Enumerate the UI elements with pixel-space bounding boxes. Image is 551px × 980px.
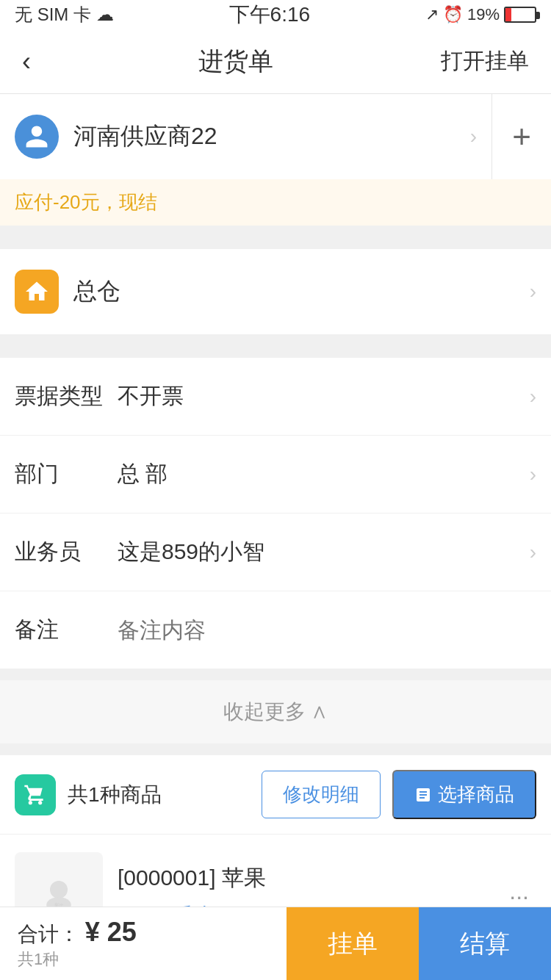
products-header: 共1种商品 修改明细 选择商品 [0,755,551,835]
notice-text: 应付-20元，现结 [15,191,157,213]
ticket-type-value: 不开票 [118,381,530,411]
status-time: 下午6:16 [229,1,311,29]
add-supplier-button[interactable]: + [492,94,551,179]
warehouse-row[interactable]: 总仓 › [0,249,551,334]
total-section: 合计： ¥ 25 共1种 [0,917,287,970]
sim-status: 无 SIM 卡 ☁ [15,3,114,26]
total-sub: 共1种 [18,948,269,970]
edit-detail-button[interactable]: 修改明细 [262,771,381,818]
back-button[interactable]: ‹ [22,46,31,77]
products-icon [15,774,56,815]
status-bar: 无 SIM 卡 ☁ 下午6:16 ↗ ⏰ 19% [0,0,551,29]
bottom-bar: 合计： ¥ 25 共1种 挂单 结算 [0,907,551,980]
checkout-label: 结算 [460,927,510,961]
total-line: 合计： ¥ 25 [18,917,269,948]
location-icon: ↗ [425,5,439,24]
status-right: ↗ ⏰ 19% [425,5,536,24]
hang-button[interactable]: 挂单 [287,907,419,981]
ticket-type-row[interactable]: 票据类型 不开票 › [0,358,551,436]
page-title: 进货单 [198,45,273,79]
battery-icon [504,7,536,23]
supplier-section: 河南供应商22 › + 应付-20元，现结 [0,94,551,226]
checkout-button[interactable]: 结算 [419,907,551,981]
collapse-label: 收起更多 ∧ [223,700,328,723]
cart-icon [24,783,47,807]
warehouse-chevron: › [530,280,536,303]
remark-row: 备注 [0,591,551,669]
total-label: 合计： [18,923,79,945]
main-content: 河南供应商22 › + 应付-20元，现结 总仓 › 票据类型 不开票 › 部门 [0,94,551,980]
nav-bar: ‹ 进货单 打开挂单 [0,29,551,94]
notice-bar: 应付-20元，现结 [0,179,551,226]
status-left: 无 SIM 卡 ☁ [15,3,114,26]
salesperson-row[interactable]: 业务员 这是859的小智 › [0,514,551,591]
total-amount: ¥ 25 [85,917,137,947]
warehouse-name: 总仓 [73,275,522,308]
warehouse-icon [15,270,59,314]
supplier-name: 河南供应商22 [73,120,463,153]
home-icon [24,278,50,305]
supplier-selector[interactable]: 河南供应商22 › [0,94,492,179]
select-product-button[interactable]: 选择商品 [392,770,536,819]
ticket-type-label: 票据类型 [15,381,118,411]
form-section: 票据类型 不开票 › 部门 总 部 › 业务员 这是859的小智 › 备注 [0,358,551,669]
alarm-icon: ⏰ [443,5,463,24]
remark-input[interactable] [118,618,536,643]
products-count: 共1种商品 [68,781,262,809]
salesperson-chevron: › [530,541,536,564]
product-name: [0000001] 苹果 [118,863,502,893]
svg-point-0 [50,881,68,898]
department-row[interactable]: 部门 总 部 › [0,436,551,514]
supplier-row: 河南供应商22 › + [0,94,551,179]
salesperson-value: 这是859的小智 [118,537,530,567]
ticket-type-chevron: › [530,385,536,408]
select-product-label: 选择商品 [438,782,514,807]
department-value: 总 部 [118,459,530,489]
remark-label: 备注 [15,615,118,645]
hang-label: 挂单 [328,927,378,961]
collapse-bar[interactable]: 收起更多 ∧ [0,680,551,743]
open-pending-button[interactable]: 打开挂单 [441,46,529,76]
salesperson-label: 业务员 [15,537,118,567]
person-icon [24,123,50,150]
department-chevron: › [530,463,536,486]
product-id-name: [0000001] 苹果 [118,865,266,890]
select-product-icon [414,786,432,804]
department-label: 部门 [15,459,118,489]
battery-level: 19% [467,5,500,24]
supplier-avatar [15,115,59,159]
supplier-chevron: › [470,125,477,148]
